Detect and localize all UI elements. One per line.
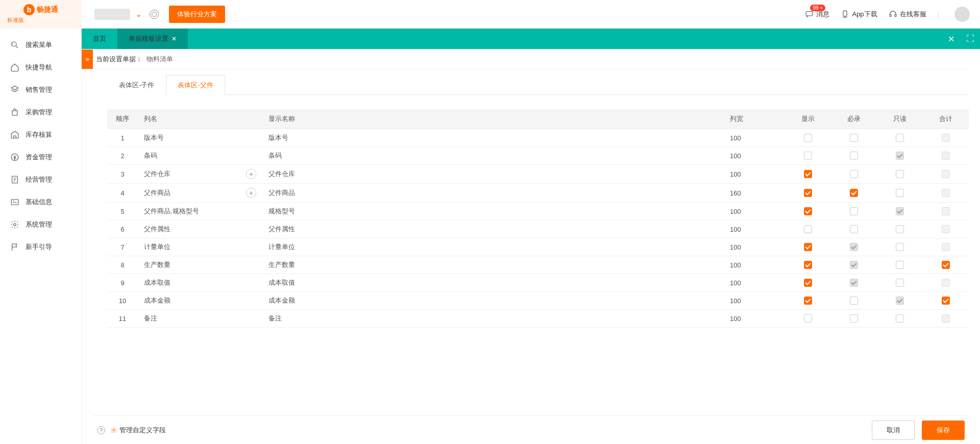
checkbox[interactable] [942, 297, 950, 305]
checkbox[interactable] [804, 170, 812, 178]
add-icon[interactable]: + [246, 188, 256, 198]
table-row[interactable]: 3父件仓库+父件仓库100 [107, 165, 969, 184]
checkbox[interactable] [850, 170, 858, 178]
add-icon[interactable]: + [246, 169, 256, 179]
cell-disp[interactable]: 成本取值 [262, 274, 724, 292]
table-row[interactable]: 2条码条码100 [107, 147, 969, 165]
checkbox[interactable] [896, 243, 904, 251]
table-row[interactable]: 8生产数量生产数量100 [107, 256, 969, 274]
manage-custom-fields-link[interactable]: 管理自定义字段 [110, 426, 166, 435]
checkbox[interactable] [896, 134, 904, 142]
checkbox[interactable] [804, 189, 812, 197]
close-icon[interactable]: ✕ [172, 35, 177, 42]
tab-label: 首页 [93, 34, 106, 43]
app-download-link[interactable]: App下载 [841, 10, 877, 19]
checkbox[interactable] [896, 189, 904, 197]
checkbox[interactable] [804, 152, 812, 160]
sidebar-item-sales[interactable]: 销售管理 [0, 79, 81, 101]
save-button[interactable]: 保存 [922, 421, 965, 440]
sidebar-item-inventory[interactable]: 库存核算 [0, 124, 81, 146]
checkbox[interactable] [850, 225, 858, 233]
avatar[interactable] [954, 7, 970, 22]
cell-width[interactable]: 100 [724, 147, 785, 165]
table-row[interactable]: 10成本金额成本金额100 [107, 292, 969, 310]
cell-disp[interactable]: 父件属性 [262, 220, 724, 238]
sidebar-item-basedata[interactable]: 基础信息 [0, 191, 81, 213]
sidebar-item-search[interactable]: 搜索菜单 [0, 34, 81, 56]
collapse-toggle[interactable]: » [82, 50, 93, 69]
cell-disp[interactable]: 计量单位 [262, 238, 724, 256]
checkbox[interactable] [804, 314, 812, 323]
checkbox[interactable] [896, 225, 904, 233]
checkbox[interactable] [850, 189, 858, 197]
breadcrumb: » 当前设置单据： 物料清单 [82, 49, 969, 69]
checkbox[interactable] [804, 225, 812, 233]
cancel-button[interactable]: 取消 [872, 421, 915, 440]
sidebar-item-guide[interactable]: 新手引导 [0, 236, 81, 258]
cell-width[interactable]: 100 [724, 274, 785, 292]
tab-close-all-icon[interactable]: ✕ [941, 29, 961, 49]
cell-readonly [877, 274, 923, 292]
inner-tab-child[interactable]: 表体区-子件 [107, 75, 166, 95]
cell-width[interactable]: 100 [724, 129, 785, 147]
checkbox[interactable] [850, 297, 858, 305]
table-row[interactable]: 6父件属性父件属性100 [107, 220, 969, 238]
checkbox[interactable] [850, 207, 858, 215]
cell-width[interactable]: 100 [724, 165, 785, 184]
sidebar-item-purchase[interactable]: 采购管理 [0, 101, 81, 124]
cell-width[interactable]: 100 [724, 256, 785, 274]
checkbox[interactable] [896, 314, 904, 323]
checkbox[interactable] [850, 314, 858, 323]
cell-disp[interactable]: 成本金额 [262, 292, 724, 310]
checkbox[interactable] [896, 261, 904, 269]
cell-width[interactable]: 100 [724, 310, 785, 328]
table-row[interactable]: 11备注备注100 [107, 310, 969, 328]
table-row[interactable]: 1版本号版本号100 [107, 129, 969, 147]
sidebar-item-operation[interactable]: 经营管理 [0, 168, 81, 191]
tab-home[interactable]: 首页 [82, 29, 117, 49]
table-row[interactable]: 5父件商品.规格型号规格型号100 [107, 203, 969, 220]
cell-disp[interactable]: 备注 [262, 310, 724, 328]
tab-template-settings[interactable]: 单据模板设置✕ [117, 29, 188, 49]
checkbox[interactable] [850, 152, 858, 160]
online-service-link[interactable]: 在线客服 [889, 10, 926, 19]
cell-seq: 8 [107, 256, 138, 274]
cell-width[interactable]: 160 [724, 184, 785, 203]
cell-show [785, 238, 831, 256]
fullscreen-icon[interactable]: ⛶ [961, 29, 980, 49]
table-row[interactable]: 7计量单位计量单位100 [107, 238, 969, 256]
cell-disp[interactable]: 版本号 [262, 129, 724, 147]
cell-required [831, 310, 877, 328]
checkbox[interactable] [804, 297, 812, 305]
checkbox[interactable] [804, 279, 812, 287]
checkbox[interactable] [804, 134, 812, 142]
settings-icon[interactable] [150, 10, 159, 19]
cell-disp[interactable]: 父件商品 [262, 184, 724, 203]
help-icon[interactable]: ? [97, 426, 105, 434]
table-row[interactable]: 4父件商品+父件商品160 [107, 184, 969, 203]
cell-width[interactable]: 100 [724, 238, 785, 256]
checkbox[interactable] [896, 279, 904, 287]
sidebar-item-system[interactable]: 系统管理 [0, 213, 81, 236]
experience-button[interactable]: 体验行业方案 [169, 6, 225, 23]
table-row[interactable]: 9成本取值成本取值100 [107, 274, 969, 292]
cell-disp[interactable]: 条码 [262, 147, 724, 165]
cell-width[interactable]: 100 [724, 292, 785, 310]
cell-disp[interactable]: 生产数量 [262, 256, 724, 274]
sidebar-item-finance[interactable]: 资金管理 [0, 146, 81, 168]
checkbox[interactable] [804, 243, 812, 251]
org-selector[interactable]: ⌄ [94, 9, 142, 20]
messages-link[interactable]: 99 + 消息 [805, 10, 829, 19]
cell-width[interactable]: 100 [724, 203, 785, 220]
checkbox[interactable] [896, 170, 904, 178]
checkbox[interactable] [850, 134, 858, 142]
checkbox[interactable] [804, 261, 812, 269]
inner-tab-parent[interactable]: 表体区-父件 [166, 75, 225, 95]
cell-disp[interactable]: 规格型号 [262, 203, 724, 220]
checkbox[interactable] [804, 207, 812, 215]
cell-width[interactable]: 100 [724, 220, 785, 238]
checkbox [942, 243, 950, 251]
checkbox[interactable] [942, 261, 950, 269]
sidebar-item-quicknav[interactable]: 快捷导航 [0, 56, 81, 79]
cell-disp[interactable]: 父件仓库 [262, 165, 724, 184]
